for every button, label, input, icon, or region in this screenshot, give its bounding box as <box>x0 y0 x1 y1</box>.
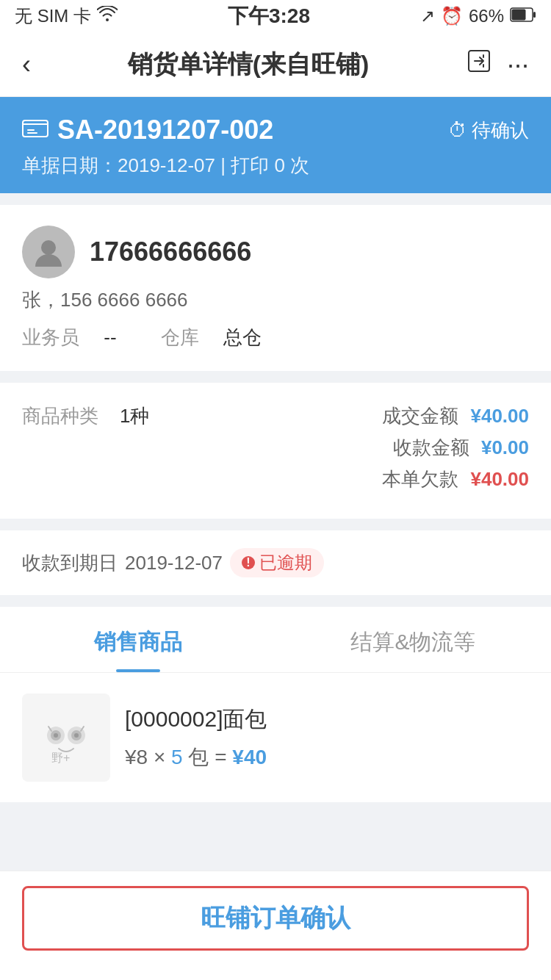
deal-amount-label: 成交金额 <box>382 403 458 429</box>
order-date: 单据日期：2019-12-07 | 打印 0 次 <box>22 153 529 179</box>
product-name: [0000002]面包 <box>125 705 529 735</box>
back-button[interactable]: ‹ <box>22 49 31 80</box>
due-date-card: 收款到期日 2019-12-07 ! 已逾期 <box>0 530 551 595</box>
bottom-bar: 旺铺订单确认 <box>0 871 551 980</box>
product-thumbnail: 野+ <box>22 693 110 782</box>
product-total: ¥40 <box>232 746 267 768</box>
tabs-row: 销售商品 结算&物流等 <box>0 607 551 673</box>
owed-amount-row: 本单欠款 ¥40.00 <box>382 466 529 492</box>
salesperson-label: 业务员 <box>22 326 98 348</box>
tab-sales-products[interactable]: 销售商品 <box>0 607 276 672</box>
overdue-icon: ! <box>242 556 255 569</box>
received-amount-value: ¥0.00 <box>481 436 529 459</box>
product-type-value: 1种 <box>120 405 149 427</box>
svg-rect-4 <box>23 120 48 137</box>
svg-rect-1 <box>533 12 536 18</box>
product-item: 野+ [0000002]面包 ¥8 × 5 包 = ¥40 <box>0 673 551 802</box>
equals-sign: = <box>215 746 232 768</box>
customer-name: 张，156 6666 6666 <box>22 287 529 313</box>
location-icon: ↗ <box>420 6 435 26</box>
order-icon <box>22 115 48 145</box>
product-price-row: ¥8 × 5 包 = ¥40 <box>125 743 529 771</box>
alarm-icon: ⏰ <box>441 6 463 26</box>
more-icon[interactable]: ··· <box>507 49 529 80</box>
owed-amount-value: ¥40.00 <box>470 468 529 491</box>
status-time: 下午3:28 <box>228 2 310 30</box>
owed-amount-label: 本单欠款 <box>382 466 458 492</box>
order-header-top: SA-20191207-002 ⏱ 待确认 <box>22 115 529 145</box>
salesperson-field: 业务员 -- <box>22 325 117 350</box>
summary-card: 商品种类 1种 成交金额 ¥40.00 收款金额 ¥0.00 本单欠款 ¥40.… <box>0 383 551 519</box>
share-icon[interactable] <box>466 48 492 81</box>
customer-row: 17666666666 <box>22 226 529 278</box>
warehouse-field: 仓库 总仓 <box>161 325 262 350</box>
deal-amount-row: 成交金额 ¥40.00 <box>382 403 529 429</box>
overdue-badge: ! 已逾期 <box>230 548 324 577</box>
svg-point-11 <box>74 733 79 738</box>
product-type-section: 商品种类 1种 <box>22 403 149 429</box>
tab-settlement-logistics[interactable]: 结算&物流等 <box>276 607 551 672</box>
page-title: 销货单详情(来自旺铺) <box>128 48 370 82</box>
product-details: [0000002]面包 ¥8 × 5 包 = ¥40 <box>125 705 529 771</box>
due-date-label: 收款到期日 <box>22 550 118 576</box>
nav-bar: ‹ 销货单详情(来自旺铺) ··· <box>0 32 551 97</box>
clock-icon: ⏱ <box>448 119 467 142</box>
warehouse-label: 仓库 <box>161 326 218 348</box>
customer-card: 17666666666 张，156 6666 6666 业务员 -- 仓库 总仓 <box>0 205 551 371</box>
due-date-value: 2019-12-07 <box>125 552 223 574</box>
customer-meta: 业务员 -- 仓库 总仓 <box>22 325 529 350</box>
status-right: ↗ ⏰ 66% <box>420 6 536 26</box>
battery-icon <box>510 6 536 26</box>
svg-rect-2 <box>511 10 525 21</box>
tabs-section: 销售商品 结算&物流等 野+ [0000002]面包 <box>0 607 551 802</box>
status-left: 无 SIM 卡 <box>15 4 118 28</box>
product-unit: 包 <box>188 746 209 768</box>
svg-point-10 <box>54 733 58 738</box>
svg-text:野+: 野+ <box>51 752 70 763</box>
amounts-section: 成交金额 ¥40.00 收款金额 ¥0.00 本单欠款 ¥40.00 <box>382 403 529 498</box>
order-header: SA-20191207-002 ⏱ 待确认 单据日期：2019-12-07 | … <box>0 97 551 193</box>
confirm-order-button[interactable]: 旺铺订单确认 <box>22 886 529 951</box>
customer-avatar <box>22 226 75 278</box>
received-amount-label: 收款金额 <box>393 435 469 461</box>
wifi-icon <box>97 6 118 26</box>
no-sim-text: 无 SIM 卡 <box>15 4 91 28</box>
product-price: ¥8 <box>125 746 148 768</box>
svg-point-5 <box>41 240 56 255</box>
nav-actions: ··· <box>466 48 529 81</box>
status-bar: 无 SIM 卡 下午3:28 ↗ ⏰ 66% <box>0 0 551 32</box>
salesperson-value: -- <box>104 326 116 348</box>
deal-amount-value: ¥40.00 <box>470 405 529 428</box>
product-qty: 5 <box>171 746 183 768</box>
order-status: ⏱ 待确认 <box>448 118 529 143</box>
product-type-label: 商品种类 <box>22 405 98 427</box>
received-amount-row: 收款金额 ¥0.00 <box>382 435 529 461</box>
overdue-text: 已逾期 <box>259 551 312 574</box>
order-id: SA-20191207-002 <box>22 115 273 145</box>
multiply-sign: × <box>154 746 171 768</box>
battery-text: 66% <box>469 6 504 26</box>
warehouse-value: 总仓 <box>223 326 262 348</box>
customer-phone: 17666666666 <box>90 237 251 267</box>
